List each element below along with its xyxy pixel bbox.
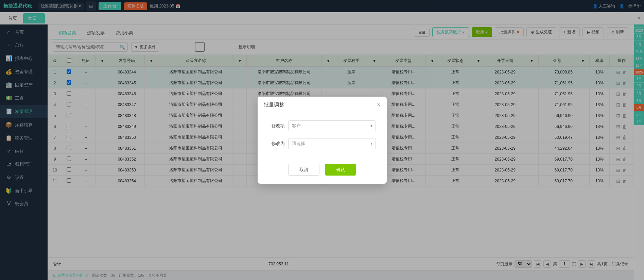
modal-body: 修改项 客户 ▾ 修改为 请选择 ▾ xyxy=(258,112,387,164)
modal-field-row: 修改项 客户 ▾ xyxy=(268,120,376,131)
modal-change-to-label: 修改为 xyxy=(268,141,285,147)
modal-overlay[interactable]: 批量调整 × 修改项 客户 ▾ 修改为 请选择 ▾ xyxy=(0,0,644,280)
batch-adjust-modal: 批量调整 × 修改项 客户 ▾ 修改为 请选择 ▾ xyxy=(258,97,387,184)
modal-field-select-wrap: 客户 ▾ xyxy=(288,120,376,131)
modal-footer: 取消 确认 xyxy=(258,164,387,184)
modal-close-btn[interactable]: × xyxy=(377,101,381,109)
modal-field-select[interactable]: 客户 xyxy=(288,120,376,131)
modal-header: 批量调整 × xyxy=(258,97,387,112)
modal-confirm-btn[interactable]: 确认 xyxy=(325,164,356,176)
modal-change-to-row: 修改为 请选择 ▾ xyxy=(268,138,376,149)
modal-cancel-btn[interactable]: 取消 xyxy=(288,164,319,176)
modal-title: 批量调整 xyxy=(264,102,284,108)
modal-change-to-select[interactable]: 请选择 xyxy=(288,138,376,149)
modal-change-to-select-wrap: 请选择 ▾ xyxy=(288,138,376,149)
modal-field-label: 修改项 xyxy=(268,123,285,129)
